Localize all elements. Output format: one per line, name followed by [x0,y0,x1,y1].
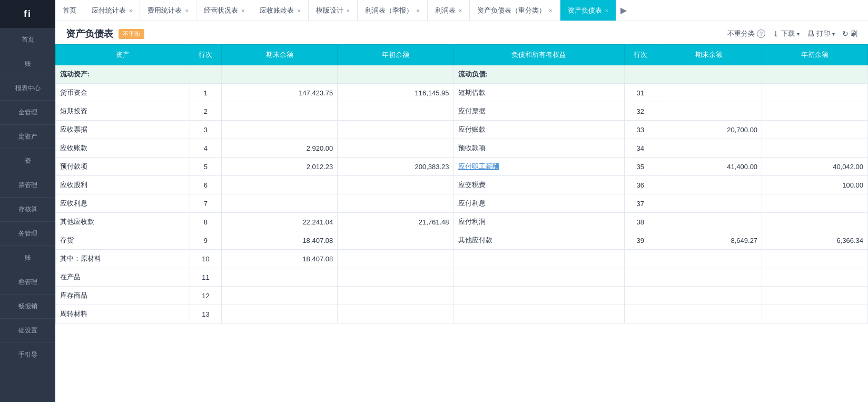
page-header: 资产负债表 不平衡 不重分类 ? ⤓ 下载 ▾ 🖶 打印 ▾ [55,21,868,44]
sidebar-item-tax[interactable]: 务管理 [0,222,55,246]
tab-close-payable-stat[interactable]: × [129,7,132,14]
sidebar-item-home[interactable]: 首页 [0,28,55,52]
sidebar-item-inventory[interactable]: 存核算 [0,198,55,222]
sidebar-logo: fi [0,0,55,28]
tab-close-balance-reclassify[interactable]: × [549,7,552,14]
sidebar-item-archive[interactable]: 档管理 [0,270,55,295]
table-row: 周转材料 13 [56,305,868,323]
refresh-icon: ↻ [842,30,849,38]
sidebar-item-ticket[interactable]: 票管理 [0,173,55,198]
main-content: 首页 应付统计表 × 费用统计表 × 经营状况表 × 应收账龄表 × 模版设计 … [55,0,868,402]
sidebar-item-settings[interactable]: 础设置 [0,319,55,343]
table-row: 存货 9 18,407.08 其他应付款 39 8,649.27 6,366.3… [56,231,868,250]
tab-close-profit-quarter[interactable]: × [416,7,419,14]
tab-operation[interactable]: 经营状况表 × [196,0,252,21]
section-label-left: 流动资产: [56,65,190,84]
unbalanced-badge: 不平衡 [119,29,144,39]
page-title: 资产负债表 [66,27,113,40]
not-reclassify-option[interactable]: 不重分类 ? [727,29,765,38]
sidebar-item-ledger[interactable]: 账 [0,246,55,270]
tab-payable-stat[interactable]: 应付统计表 × [84,0,140,21]
sidebar-item-capital[interactable]: 资 [0,149,55,173]
col-header-row-num-left: 行次 [190,45,221,65]
table-row: 在产品 11 [56,268,868,287]
col-header-liability: 负债和所有者权益 [453,45,625,65]
tab-profit[interactable]: 利润表 × [428,0,470,21]
section-label-right: 流动负债: [453,65,625,84]
table-row: 其他应收款 8 22,241.04 21,761.48 应付利润 38 [56,213,868,231]
tab-template[interactable]: 模版设计 × [309,0,358,21]
sidebar-item-guide[interactable]: 手引导 [0,343,55,367]
sidebar-item-report-center[interactable]: 报表中心 [0,76,55,101]
tab-scroll-right[interactable]: ▶ [616,5,631,15]
tab-close-receivable-age[interactable]: × [297,7,300,14]
tab-close-template[interactable]: × [347,7,350,14]
tab-close-operation[interactable]: × [241,7,244,14]
col-header-row-num-right: 行次 [625,45,656,65]
table-row: 预付款项 5 2,012.23 200,383.23 应付职工薪酬 35 41,… [56,158,868,176]
table-row: 库存商品 12 [56,287,868,305]
tab-close-profit[interactable]: × [459,7,462,14]
col-header-begin-balance-right: 年初余额 [762,45,868,65]
print-chevron-icon: ▾ [832,31,835,37]
col-header-end-balance-right: 期末余额 [656,45,762,65]
section-current-assets: 流动资产: 流动负债: [56,65,868,84]
tab-profit-quarter[interactable]: 利润表（季报） × [358,0,427,21]
download-icon: ⤓ [773,30,779,38]
sidebar-item-fund-management[interactable]: 金管理 [0,101,55,125]
tab-balance-reclassify[interactable]: 资产负债表（重分类） × [470,0,560,21]
tab-receivable-age[interactable]: 应收账龄表 × [252,0,308,21]
sidebar-item-fixed-assets[interactable]: 定资产 [0,125,55,149]
sidebar: fi 首页 账 报表中心 金管理 定资产 资 票管理 存核算 务管理 账 档管理… [0,0,55,402]
print-button[interactable]: 🖶 打印 ▾ [807,29,835,38]
table-row: 应收利息 7 应付利息 37 [56,194,868,213]
table-row: 其中：原材料 10 18,407.08 [56,250,868,268]
col-header-begin-balance-left: 年初余额 [338,45,453,65]
tab-bar: 首页 应付统计表 × 费用统计表 × 经营状况表 × 应收账龄表 × 模版设计 … [55,0,868,21]
sidebar-item-account[interactable]: 账 [0,52,55,76]
tab-home[interactable]: 首页 [55,0,84,21]
table-row: 应收账款 4 2,920.00 预收款项 34 [56,139,868,158]
tab-expense-stat[interactable]: 费用统计表 × [140,0,196,21]
table-row: 货币资金 1 147,423.75 116,145.95 短期借款 31 [56,84,868,102]
tab-close-expense-stat[interactable]: × [185,7,188,14]
tab-close-balance[interactable]: × [605,7,608,14]
sidebar-item-expense[interactable]: 畅报销 [0,295,55,319]
page-title-area: 资产负债表 不平衡 [66,27,144,40]
report-table: 资产 行次 期末余额 年初余额 负债和所有者权益 行次 期末余额 年初余额 流动… [55,44,868,323]
header-actions: 不重分类 ? ⤓ 下载 ▾ 🖶 打印 ▾ ↻ 刷 [727,29,857,38]
table-row: 短期投资 2 应付票据 32 [56,102,868,121]
page-content: 资产负债表 不平衡 不重分类 ? ⤓ 下载 ▾ 🖶 打印 ▾ [55,21,868,402]
print-icon: 🖶 [807,30,814,38]
table-row: 应收股利 6 应交税费 36 100.00 [56,176,868,194]
col-header-end-balance-left: 期末余额 [221,45,337,65]
refresh-button[interactable]: ↻ 刷 [842,29,857,38]
table-row: 应收票据 3 应付账款 33 20,700.00 [56,121,868,139]
help-icon: ? [757,30,765,38]
tab-balance[interactable]: 资产负债表 × [560,0,616,21]
col-header-asset: 资产 [56,45,190,65]
download-chevron-icon: ▾ [797,31,800,37]
download-button[interactable]: ⤓ 下载 ▾ [773,29,800,38]
